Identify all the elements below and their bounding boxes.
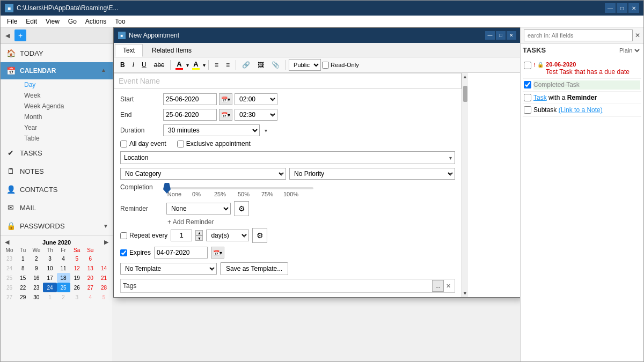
mini-cal-cell[interactable]: 20 xyxy=(84,273,97,283)
completion-slider[interactable] xyxy=(163,187,313,189)
mini-cal-cell[interactable]: 22 xyxy=(16,283,30,292)
italic-button[interactable]: I xyxy=(129,60,137,70)
mini-cal-cell[interactable]: 18 xyxy=(57,273,70,283)
reminder-select[interactable]: None 5 minutes 15 minutes 30 minutes 1 h… xyxy=(166,203,231,215)
mini-cal-cell[interactable]: 25 xyxy=(57,283,70,292)
maximize-button[interactable]: □ xyxy=(617,3,627,13)
mini-cal-next[interactable]: ▶ xyxy=(104,239,108,246)
sidebar-calendar-header[interactable]: 📅 CALENDAR ▲ xyxy=(1,62,113,79)
tasks-view-select[interactable]: Plain xyxy=(617,47,641,54)
image-button[interactable]: 🖼 xyxy=(254,60,267,70)
mini-cal-cell[interactable]: 25 xyxy=(3,273,16,283)
mini-cal-cell[interactable]: 1 xyxy=(43,292,56,302)
sidebar-item-mail[interactable]: ✉ MAIL xyxy=(1,198,113,217)
mini-cal-cell[interactable]: 21 xyxy=(97,273,111,283)
sidebar-item-contacts[interactable]: 👤 CONTACTS xyxy=(1,180,113,198)
mini-cal-cell[interactable]: 1 xyxy=(16,254,30,263)
sidebar-item-tasks[interactable]: ✔ TASKS xyxy=(1,144,113,162)
visibility-select[interactable]: Public xyxy=(289,59,321,71)
sidebar-collapse-button[interactable]: ◀ xyxy=(3,31,12,40)
mini-cal-cell[interactable]: 24 xyxy=(3,263,16,273)
menu-actions[interactable]: Actions xyxy=(81,17,111,26)
repeat-value-input[interactable] xyxy=(171,230,192,241)
dialog-maximize[interactable]: □ xyxy=(496,31,506,40)
link-button[interactable]: 🔗 xyxy=(239,60,253,70)
expires-date-input[interactable] xyxy=(154,247,208,258)
tab-related-items[interactable]: Related Items xyxy=(144,44,200,57)
menu-file[interactable]: File xyxy=(3,17,21,26)
task-3-link[interactable]: Task xyxy=(533,94,547,101)
bold-button[interactable]: B xyxy=(117,60,128,70)
add-reminder-link[interactable]: + Add Reminder xyxy=(167,218,214,226)
start-time-select[interactable]: 02:00 xyxy=(235,93,277,105)
mini-cal-cell[interactable]: 23 xyxy=(3,254,16,263)
mini-cal-cell[interactable]: 3 xyxy=(43,254,56,263)
task-4-link[interactable]: (Link to a Note) xyxy=(559,106,603,114)
list-ordered-button[interactable]: ≡ xyxy=(223,60,233,70)
mini-cal-cell[interactable]: 2 xyxy=(57,292,70,302)
save-template-button[interactable]: Save as Template... xyxy=(220,262,288,275)
sidebar-item-today[interactable]: 🏠 TODAY xyxy=(1,44,113,62)
mini-cal-cell[interactable]: 30 xyxy=(30,292,43,302)
mini-cal-cell[interactable]: 19 xyxy=(70,273,84,283)
priority-select[interactable]: No Priority xyxy=(289,168,455,180)
mini-cal-cell[interactable]: 26 xyxy=(3,283,16,292)
mini-cal-prev[interactable]: ◀ xyxy=(5,239,9,246)
category-select[interactable]: No Category xyxy=(120,168,286,180)
task-1-checkbox[interactable] xyxy=(524,62,531,69)
mini-cal-cell[interactable]: 27 xyxy=(84,283,97,292)
expires-date-picker[interactable]: 📅▾ xyxy=(211,247,224,258)
menu-tools[interactable]: Too xyxy=(111,17,129,26)
task-2-checkbox[interactable] xyxy=(524,81,531,88)
duration-select[interactable]: 30 minutes 1 hour 1.5 hours 2 hours xyxy=(163,124,260,136)
minimize-button[interactable]: — xyxy=(605,3,616,13)
end-date-input[interactable] xyxy=(163,109,217,121)
dialog-scrollbar[interactable]: ▲ ▼ xyxy=(462,73,468,297)
sidebar-item-week[interactable]: Week xyxy=(20,90,113,101)
tags-dots-button[interactable]: … xyxy=(432,280,444,292)
mini-cal-cell[interactable]: 11 xyxy=(57,263,70,273)
font-color-dropdown[interactable]: ▾ xyxy=(186,62,189,68)
underline-button[interactable]: U xyxy=(138,60,150,70)
search-close-button[interactable]: ✕ xyxy=(635,32,640,39)
sidebar-item-table[interactable]: Table xyxy=(20,133,113,144)
close-button[interactable]: ✕ xyxy=(628,3,639,13)
strikethrough-button[interactable]: abc xyxy=(151,60,167,70)
sidebar-item-day[interactable]: Day xyxy=(20,79,113,90)
mini-cal-cell[interactable]: 4 xyxy=(57,254,70,263)
mini-cal-cell[interactable]: 2 xyxy=(30,254,43,263)
expires-label[interactable]: Expires xyxy=(120,249,151,256)
repeat-label[interactable]: Repeat every xyxy=(120,232,167,239)
mini-cal-cell[interactable]: 15 xyxy=(16,273,30,283)
mini-cal-cell[interactable]: 13 xyxy=(84,263,97,273)
mini-cal-cell[interactable]: 28 xyxy=(97,283,111,292)
sidebar-item-month[interactable]: Month xyxy=(20,112,113,122)
repeat-unit-select[interactable]: day(s) week(s) month(s) xyxy=(206,230,249,241)
tab-text[interactable]: Text xyxy=(115,44,143,57)
mini-cal-cell[interactable]: 26 xyxy=(70,283,84,292)
repeat-checkbox[interactable] xyxy=(120,232,127,239)
mini-cal-cell[interactable]: 29 xyxy=(16,292,30,302)
end-time-select[interactable]: 02:30 xyxy=(235,109,277,121)
mini-cal-cell[interactable]: 23 xyxy=(30,283,43,292)
all-day-checkbox[interactable] xyxy=(120,141,127,147)
tags-input[interactable] xyxy=(150,280,432,292)
exclusive-checkbox[interactable] xyxy=(177,141,184,147)
search-input[interactable] xyxy=(524,29,633,41)
start-date-picker[interactable]: 📅▾ xyxy=(219,93,232,105)
mini-cal-cell[interactable]: 3 xyxy=(70,292,84,302)
sidebar-item-year[interactable]: Year xyxy=(20,122,113,133)
mini-cal-cell[interactable]: 5 xyxy=(70,254,84,263)
task-4-checkbox[interactable] xyxy=(524,106,531,114)
exclusive-label[interactable]: Exclusive appointment xyxy=(177,140,251,147)
repeat-spin-up[interactable]: ▲ xyxy=(195,230,203,235)
mini-cal-cell[interactable]: 4 xyxy=(84,292,97,302)
mini-cal-cell[interactable]: 9 xyxy=(30,263,43,273)
scroll-down-button[interactable]: ▼ xyxy=(462,290,469,297)
sidebar-add-button[interactable]: + xyxy=(14,29,26,41)
template-select[interactable]: No Template xyxy=(120,263,217,275)
repeat-gear-button[interactable]: ⚙ xyxy=(252,228,267,243)
all-day-label[interactable]: All day event xyxy=(120,140,166,147)
readonly-checkbox[interactable] xyxy=(322,62,329,69)
font-color-button[interactable]: A xyxy=(173,59,185,71)
